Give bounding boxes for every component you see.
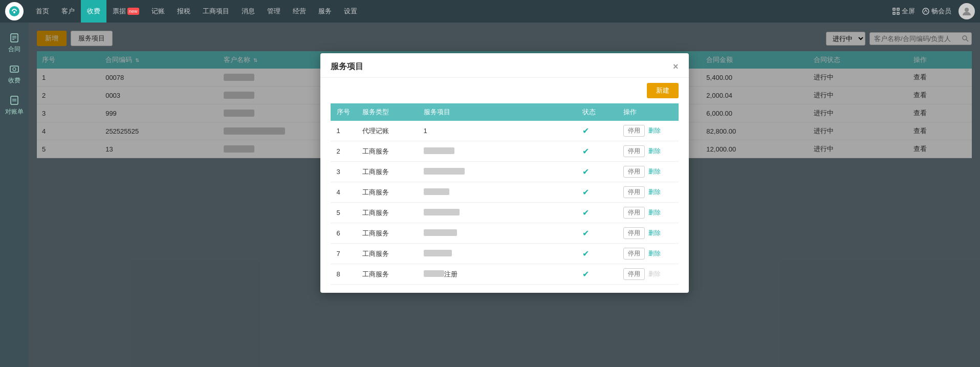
nav-item-service[interactable]: 服务 — [312, 0, 338, 23]
nav-item-invoice[interactable]: 票据 new — [106, 0, 145, 23]
service-seq: 2 — [331, 141, 356, 162]
vip-icon — [922, 8, 929, 15]
service-actions: 停用 删除 — [617, 141, 679, 162]
service-type: 工商服务 — [356, 244, 418, 264]
modal-close-button[interactable]: × — [673, 61, 679, 72]
service-status: ✔ — [576, 141, 617, 162]
svg-rect-3 — [897, 8, 899, 10]
stop-button[interactable]: 停用 — [623, 268, 645, 280]
nav-item-customer[interactable]: 客户 — [55, 0, 81, 23]
stop-button[interactable]: 停用 — [623, 125, 645, 137]
service-item — [418, 244, 576, 264]
service-item: 注册 — [418, 264, 576, 285]
service-items-modal: 服务项目 × 新建 序号 服务类型 服务项目 状态 — [320, 53, 689, 293]
service-table-row: 4 工商服务 ✔ 停用 删除 — [331, 182, 679, 203]
modal-overlay: 服务项目 × 新建 序号 服务类型 服务项目 状态 — [29, 23, 980, 367]
sidebar: 合同 收费 对账单 — [0, 23, 29, 367]
stop-button[interactable]: 停用 — [623, 248, 645, 260]
status-check-icon: ✔ — [582, 270, 589, 278]
service-actions: 停用 删除 — [617, 203, 679, 223]
delete-button[interactable]: 删除 — [648, 229, 661, 238]
service-status: ✔ — [576, 182, 617, 203]
service-item — [418, 223, 576, 244]
service-seq: 6 — [331, 223, 356, 244]
fullscreen-btn[interactable]: 全屏 — [892, 7, 915, 16]
stop-button[interactable]: 停用 — [623, 145, 645, 157]
service-table-row: 2 工商服务 ✔ 停用 删除 — [331, 141, 679, 162]
delete-button[interactable]: 删除 — [648, 167, 661, 176]
service-item — [418, 141, 576, 162]
user-avatar[interactable] — [959, 3, 975, 19]
nav-item-bookkeeping[interactable]: 记账 — [145, 0, 171, 23]
svg-rect-4 — [893, 12, 895, 14]
status-check-icon: ✔ — [582, 229, 589, 238]
sidebar-item-statement[interactable]: 对账单 — [0, 90, 29, 121]
nav-item-message[interactable]: 消息 — [235, 0, 261, 23]
service-item — [418, 182, 576, 203]
service-item — [418, 162, 576, 182]
service-col-item: 服务项目 — [418, 103, 576, 121]
top-nav-right: 全屏 畅会员 — [892, 3, 975, 19]
svg-rect-5 — [897, 12, 899, 14]
nav-item-tax[interactable]: 报税 — [171, 0, 197, 23]
service-actions: 停用 删除 — [617, 162, 679, 182]
nav-item-manage[interactable]: 管理 — [261, 0, 287, 23]
service-seq: 8 — [331, 264, 356, 285]
app-logo — [5, 2, 24, 20]
delete-button[interactable]: 删除 — [648, 270, 661, 278]
nav-item-industry[interactable]: 工商项目 — [197, 0, 235, 23]
service-status: ✔ — [576, 264, 617, 285]
svg-rect-12 — [10, 66, 18, 72]
modal-body: 序号 服务类型 服务项目 状态 操作 1 代理记账 1 — [320, 103, 689, 293]
delete-button[interactable]: 删除 — [648, 208, 661, 217]
delete-button[interactable]: 删除 — [648, 249, 661, 258]
service-seq: 1 — [331, 121, 356, 141]
service-seq: 3 — [331, 162, 356, 182]
modal-header: 服务项目 × — [320, 53, 689, 78]
service-col-seq: 序号 — [331, 103, 356, 121]
nav-item-settings[interactable]: 设置 — [338, 0, 363, 23]
fee-icon — [9, 64, 19, 74]
delete-button[interactable]: 删除 — [648, 147, 661, 156]
service-table-row: 6 工商服务 ✔ 停用 删除 — [331, 223, 679, 244]
modal-new-button[interactable]: 新建 — [647, 83, 679, 98]
service-table-row: 1 代理记账 1 ✔ 停用 删除 — [331, 121, 679, 141]
modal-toolbar: 新建 — [320, 78, 689, 103]
delete-button[interactable]: 删除 — [648, 188, 661, 197]
service-table-row: 8 工商服务 注册 ✔ 停用 删除 — [331, 264, 679, 285]
service-table-row: 5 工商服务 ✔ 停用 删除 — [331, 203, 679, 223]
service-type: 工商服务 — [356, 182, 418, 203]
service-seq: 7 — [331, 244, 356, 264]
fullscreen-icon — [892, 8, 900, 15]
status-check-icon: ✔ — [582, 167, 589, 176]
stop-button[interactable]: 停用 — [623, 186, 645, 198]
sidebar-item-fee[interactable]: 收费 — [0, 59, 29, 90]
service-status: ✔ — [576, 223, 617, 244]
nav-item-operation[interactable]: 经营 — [287, 0, 312, 23]
service-actions: 停用 删除 — [617, 182, 679, 203]
status-check-icon: ✔ — [582, 188, 589, 197]
service-col-status: 状态 — [576, 103, 617, 121]
nav-item-fee[interactable]: 收费 — [81, 0, 106, 23]
service-status: ✔ — [576, 203, 617, 223]
delete-button[interactable]: 删除 — [648, 126, 661, 135]
service-type: 工商服务 — [356, 203, 418, 223]
svg-rect-2 — [893, 8, 895, 10]
service-type: 工商服务 — [356, 264, 418, 285]
sidebar-item-contract[interactable]: 合同 — [0, 28, 29, 59]
status-check-icon: ✔ — [582, 249, 589, 258]
status-check-icon: ✔ — [582, 208, 589, 217]
nav-item-home[interactable]: 首页 — [30, 0, 55, 23]
stop-button[interactable]: 停用 — [623, 227, 645, 239]
stop-button[interactable]: 停用 — [623, 166, 645, 178]
service-col-action: 操作 — [617, 103, 679, 121]
service-type: 工商服务 — [356, 162, 418, 182]
stop-button[interactable]: 停用 — [623, 207, 645, 219]
service-actions: 停用 删除 — [617, 223, 679, 244]
service-seq: 4 — [331, 182, 356, 203]
svg-point-7 — [965, 8, 969, 12]
main-content: 新增 服务项目 进行中 已完成 已取消 序号 合同编码 ⇅ — [29, 23, 980, 367]
vip-btn[interactable]: 畅会员 — [922, 7, 951, 16]
svg-point-13 — [13, 68, 16, 71]
svg-rect-14 — [11, 96, 18, 104]
